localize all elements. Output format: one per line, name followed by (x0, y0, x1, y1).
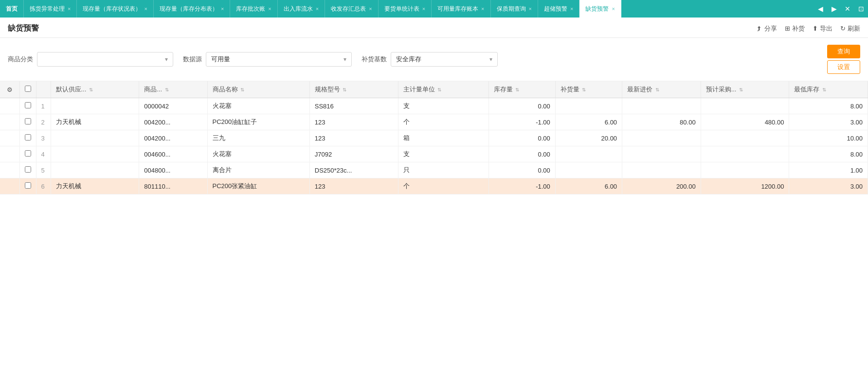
col-label: 预计采购... (706, 86, 737, 93)
nav-prev-btn[interactable]: ◀ (814, 0, 827, 18)
nav-tab-overstock[interactable]: 超储预警 × (538, 0, 579, 18)
default-supplier-cell: 力天机械 (51, 178, 139, 194)
nav-tab-inventory-dist[interactable]: 现存量（库存分布表） × (154, 0, 230, 18)
close-icon[interactable]: × (481, 6, 484, 12)
col-replenish-qty[interactable]: 补货量 ⇅ (555, 81, 622, 98)
filter-group-datasource: 数据源 可用量 ▾ (183, 52, 352, 67)
row-num-cell: 3 (36, 130, 51, 146)
export-button[interactable]: ⬆ 导出 (813, 24, 832, 33)
datasource-select[interactable]: 可用量 ▾ (206, 52, 352, 67)
col-default-supplier[interactable]: 默认供应... ⇅ (51, 81, 139, 98)
nav-tab-home[interactable]: 首页 (0, 0, 24, 18)
col-label: 规格型号 (315, 86, 340, 93)
close-icon[interactable]: × (316, 6, 319, 12)
nav-tab-avail-ledger[interactable]: 可用量库存账本 × (432, 0, 490, 18)
gear-cell (0, 98, 19, 114)
row-num-cell: 4 (36, 146, 51, 162)
datasource-label: 数据源 (183, 55, 202, 64)
category-select[interactable]: ▾ (37, 52, 173, 67)
sort-icon: ⇅ (165, 87, 169, 92)
replenish-qty-cell: 6.00 (555, 114, 622, 130)
nav-next-btn[interactable]: ▶ (827, 0, 841, 18)
sort-icon: ⇅ (343, 87, 346, 92)
nav-bar: 首页 拣货异常处理 × 现存量（库存状况表） × 现存量（库存分布表） × 库存… (0, 0, 868, 18)
row-checkbox[interactable] (25, 150, 31, 157)
col-latest-price[interactable]: 最新进价 ⇅ (622, 81, 701, 98)
filter-group-replenish-base: 补货基数 安全库存 ▾ (362, 52, 498, 67)
row-checkbox[interactable] (25, 134, 31, 141)
row-checkbox[interactable] (25, 102, 31, 108)
spec-cell: SS816 (309, 98, 398, 114)
page-header: 缺货预警 ⮭ 分享 ⊞ 补货 ⬆ 导出 ↻ 刷新 (0, 18, 868, 38)
chevron-down-icon: ▾ (489, 56, 492, 63)
replenish-button[interactable]: ⊞ 补货 (785, 24, 805, 33)
checkbox-cell[interactable] (19, 146, 36, 162)
col-stock[interactable]: 库存量 ⇅ (488, 81, 555, 98)
checkbox-cell[interactable] (19, 98, 36, 114)
nav-tab-defect-proc[interactable]: 拣货异常处理 × (24, 0, 77, 18)
col-label: 最新进价 (627, 86, 652, 93)
close-icon[interactable]: × (529, 6, 532, 12)
est-purchase-cell (701, 98, 789, 114)
nav-tab-shortage[interactable]: 缺货预警 × (579, 0, 621, 18)
replenish-qty-cell: 20.00 (555, 130, 622, 146)
col-min-stock[interactable]: 最低库存 ⇅ (789, 81, 868, 98)
checkbox-cell[interactable] (19, 162, 36, 178)
close-icon[interactable]: × (612, 6, 615, 12)
default-supplier-cell (51, 98, 139, 114)
replenish-base-select[interactable]: 安全库存 ▾ (391, 52, 498, 67)
close-icon[interactable]: × (68, 6, 71, 12)
stock-cell: 0.00 (488, 130, 555, 146)
min-stock-cell: 3.00 (789, 178, 868, 194)
latest-price-cell (622, 146, 701, 162)
table-header-row: ⚙ 默认供应... ⇅ 商品... ⇅ 商品名称 (0, 81, 868, 98)
gear-cell (0, 114, 19, 130)
nav-tab-order-stats[interactable]: 要货单统计表 × (379, 0, 432, 18)
nav-close-btn[interactable]: ✕ (841, 0, 854, 18)
nav-tab-inout-flow[interactable]: 出入库流水 × (278, 0, 325, 18)
share-button[interactable]: ⮭ 分享 (756, 24, 777, 33)
chevron-down-icon: ▾ (344, 56, 346, 63)
close-icon[interactable]: × (268, 6, 271, 12)
nav-tab-expiry-query[interactable]: 保质期查询 × (491, 0, 538, 18)
col-est-purchase[interactable]: 预计采购... ⇅ (701, 81, 789, 98)
nav-tab-batch-account[interactable]: 库存批次账 × (230, 0, 277, 18)
col-product-code[interactable]: 商品... ⇅ (139, 81, 207, 98)
close-icon[interactable]: × (422, 6, 425, 12)
nav-tab-inventory-status[interactable]: 现存量（库存状况表） × (77, 0, 153, 18)
est-purchase-cell (701, 146, 789, 162)
refresh-button[interactable]: ↻ 刷新 (840, 24, 860, 33)
filter-actions: 查询 设置 (827, 45, 860, 74)
checkbox-cell[interactable] (19, 130, 36, 146)
row-checkbox[interactable] (25, 118, 31, 124)
close-icon[interactable]: × (570, 6, 573, 12)
settings-button[interactable]: 设置 (827, 60, 860, 74)
col-label: 补货量 (561, 86, 579, 93)
table-row: 5 004800... 离合片 DS250*23c... 只 0.00 1.00 (0, 162, 868, 178)
gear-cell (0, 146, 19, 162)
select-all-checkbox[interactable] (25, 86, 31, 92)
col-spec[interactable]: 规格型号 ⇅ (309, 81, 398, 98)
checkbox-cell[interactable] (19, 114, 36, 130)
export-icon: ⬆ (813, 25, 818, 32)
close-icon[interactable]: × (144, 6, 147, 12)
col-check[interactable] (19, 81, 36, 98)
col-unit[interactable]: 主计量单位 ⇅ (398, 81, 488, 98)
gear-icon[interactable]: ⚙ (7, 86, 13, 93)
nav-expand-btn[interactable]: ⊡ (854, 0, 868, 18)
col-gear[interactable]: ⚙ (0, 81, 19, 98)
row-checkbox[interactable] (25, 166, 31, 173)
replenish-qty-cell (555, 146, 622, 162)
col-product-name[interactable]: 商品名称 ⇅ (207, 81, 309, 98)
close-icon[interactable]: × (221, 6, 224, 12)
min-stock-cell: 8.00 (789, 146, 868, 162)
checkbox-cell[interactable] (19, 178, 36, 194)
query-button[interactable]: 查询 (827, 45, 860, 58)
data-table: ⚙ 默认供应... ⇅ 商品... ⇅ 商品名称 (0, 81, 868, 194)
nav-tab-recv-summary[interactable]: 收发存汇总表 × (325, 0, 378, 18)
replenish-qty-cell: 6.00 (555, 178, 622, 194)
close-icon[interactable]: × (369, 6, 372, 12)
sort-icon: ⇅ (739, 87, 743, 92)
chevron-down-icon: ▾ (165, 56, 168, 63)
row-checkbox[interactable] (25, 182, 31, 189)
